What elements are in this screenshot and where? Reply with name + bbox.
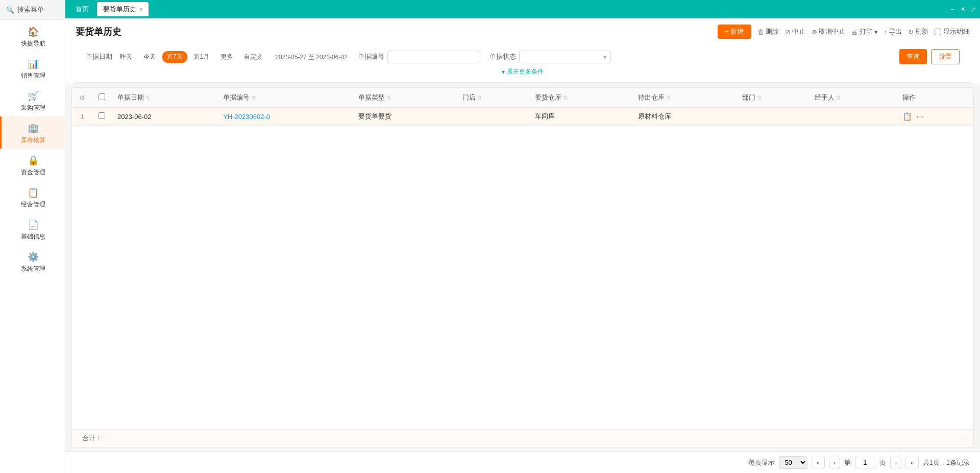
col-date[interactable]: 单据日期 bbox=[111, 88, 217, 108]
print-icon: 🖨 bbox=[851, 28, 858, 36]
data-table: ⚙ 单据日期 单据编号 单据类型 门店 要货仓库 待出仓库 部门 经手人 操作 bbox=[72, 88, 973, 126]
bill-no-input[interactable] bbox=[387, 51, 479, 63]
select-all-checkbox[interactable] bbox=[99, 93, 105, 100]
content-area: 要货单历史 + 新增 🗑 删除 ⊘ 中止 ⊛ 取消中止 bbox=[65, 18, 980, 473]
col-handler[interactable]: 经手人 bbox=[808, 88, 896, 108]
display-detail-toggle[interactable]: 显示明细 bbox=[935, 27, 970, 36]
window-minimize-icon[interactable]: － bbox=[949, 5, 955, 14]
operation-icon: 📋 bbox=[28, 187, 39, 198]
first-page-btn[interactable]: « bbox=[812, 457, 824, 468]
date-btn-7days[interactable]: 近7天 bbox=[162, 51, 187, 63]
search-menu[interactable]: 🔍 搜索菜单 bbox=[0, 0, 65, 20]
page-header: 要货单历史 + 新增 🗑 删除 ⊘ 中止 ⊛ 取消中止 bbox=[65, 18, 980, 83]
more-icon[interactable]: ⋯ bbox=[916, 112, 924, 121]
row-checkbox bbox=[92, 108, 111, 126]
home-icon: 🏠 bbox=[28, 26, 39, 37]
bill-no-filter: 单据编号 bbox=[358, 51, 479, 63]
date-btn-1month[interactable]: 近1月 bbox=[189, 51, 214, 63]
col-pending-warehouse[interactable]: 待出仓库 bbox=[632, 88, 736, 108]
window-close-icon[interactable]: ✕ bbox=[961, 6, 966, 13]
bill-no-link[interactable]: YH-20230602-0 bbox=[223, 113, 270, 121]
col-bill-no[interactable]: 单据编号 bbox=[217, 88, 352, 108]
delete-icon: 🗑 bbox=[757, 28, 764, 36]
table-footer: 合计： bbox=[72, 429, 973, 447]
finance-icon: 🔒 bbox=[28, 155, 39, 166]
status-select[interactable] bbox=[519, 51, 611, 63]
cell-store bbox=[456, 108, 529, 126]
col-dept[interactable]: 部门 bbox=[736, 88, 808, 108]
col-action: 操作 bbox=[896, 88, 973, 108]
date-btn-today[interactable]: 今天 bbox=[139, 51, 160, 63]
page-title: 要货单历史 bbox=[76, 26, 121, 38]
page-title-row: 要货单历史 + 新增 🗑 删除 ⊘ 中止 ⊛ 取消中止 bbox=[76, 25, 970, 39]
sidebar-item-purchase[interactable]: 🛒 采购管理 bbox=[0, 84, 65, 116]
page-size-select[interactable]: 50 10 20 100 bbox=[779, 456, 807, 469]
date-range-text: 2023-05-27 至 2023-06-02 bbox=[275, 53, 347, 62]
refresh-button[interactable]: ↻ 刷新 bbox=[908, 27, 928, 36]
last-page-btn[interactable]: » bbox=[905, 457, 918, 468]
action-buttons: 查询 设置 bbox=[899, 49, 960, 64]
main-area: 首页 要货单历史 × － ✕ ⤢ 要货单历史 + 新增 🗑 删除 bbox=[65, 0, 980, 473]
sidebar-item-operation[interactable]: 📋 经营管理 bbox=[0, 181, 65, 213]
expand-icon: ▾ bbox=[502, 68, 505, 76]
date-shortcuts: 昨天 今天 近7天 近1月 更多 自定义 bbox=[115, 51, 267, 63]
cell-bill-type: 要货单要货 bbox=[352, 108, 456, 126]
cell-action: 📋 ⋯ bbox=[896, 108, 973, 126]
print-chevron-icon: ▾ bbox=[874, 28, 878, 36]
export-button[interactable]: ↑ 导出 bbox=[884, 27, 902, 36]
tab-close-icon[interactable]: × bbox=[139, 6, 142, 12]
bill-no-label: 单据编号 bbox=[358, 52, 384, 61]
tab-bar: 首页 要货单历史 × － ✕ ⤢ bbox=[65, 0, 980, 18]
tab-bill-history[interactable]: 要货单历史 × bbox=[97, 2, 149, 16]
view-icon[interactable]: 📋 bbox=[902, 112, 912, 121]
cell-dept bbox=[736, 108, 808, 126]
display-detail-checkbox[interactable] bbox=[935, 29, 941, 35]
sidebar-item-system[interactable]: ⚙️ 系统管理 bbox=[0, 245, 65, 277]
cell-warehouse: 车间库 bbox=[529, 108, 632, 126]
search-icon: 🔍 bbox=[6, 6, 14, 14]
system-icon: ⚙️ bbox=[28, 251, 39, 263]
export-icon: ↑ bbox=[884, 28, 888, 36]
col-warehouse[interactable]: 要货仓库 bbox=[529, 88, 632, 108]
purchase-icon: 🛒 bbox=[28, 90, 39, 102]
cell-handler bbox=[808, 108, 896, 126]
prev-page-btn[interactable]: ‹ bbox=[829, 457, 840, 468]
date-btn-more[interactable]: 更多 bbox=[216, 51, 237, 63]
date-btn-yesterday[interactable]: 昨天 bbox=[115, 51, 137, 63]
tab-home[interactable]: 首页 bbox=[69, 2, 95, 16]
row-num: 1 bbox=[72, 108, 92, 126]
basic-icon: 📄 bbox=[28, 219, 39, 230]
window-expand-icon[interactable]: ⤢ bbox=[971, 6, 976, 13]
date-btn-custom[interactable]: 自定义 bbox=[239, 51, 267, 63]
print-button[interactable]: 🖨 打印 ▾ bbox=[851, 27, 878, 36]
col-store[interactable]: 门店 bbox=[456, 88, 529, 108]
status-label: 单据状态 bbox=[489, 52, 516, 61]
date-label: 单据日期 bbox=[86, 52, 112, 61]
date-filter: 单据日期 昨天 今天 近7天 近1月 更多 自定义 2023-05-27 至 2… bbox=[86, 51, 348, 63]
sidebar-item-finance[interactable]: 🔒 资金管理 bbox=[0, 149, 65, 181]
current-page-input[interactable] bbox=[855, 457, 875, 468]
col-settings[interactable]: ⚙ bbox=[72, 88, 92, 108]
toolbar: + 新增 🗑 删除 ⊘ 中止 ⊛ 取消中止 🖨 打 bbox=[718, 25, 970, 39]
page-size-label: 每页显示 bbox=[748, 458, 775, 467]
expand-more-btn[interactable]: ▾ 展开更多条件 bbox=[86, 64, 960, 77]
action-icons: 📋 ⋯ bbox=[902, 112, 967, 121]
cell-date: 2023-06-02 bbox=[111, 108, 217, 126]
page-label-end: 页 bbox=[879, 458, 886, 467]
sidebar-item-basic[interactable]: 📄 基础信息 bbox=[0, 213, 65, 245]
sidebar-item-sales[interactable]: 📊 销售管理 bbox=[0, 52, 65, 84]
col-bill-type[interactable]: 单据类型 bbox=[352, 88, 456, 108]
row-select-checkbox[interactable] bbox=[99, 112, 105, 119]
sidebar-item-inventory[interactable]: 🏢 库存核算 bbox=[0, 116, 65, 149]
query-button[interactable]: 查询 bbox=[899, 49, 927, 64]
suspend-button[interactable]: ⊘ 中止 bbox=[785, 27, 805, 36]
new-button[interactable]: + 新增 bbox=[718, 25, 751, 39]
settings-button[interactable]: 设置 bbox=[931, 49, 960, 64]
filter-row: 单据日期 昨天 今天 近7天 近1月 更多 自定义 2023-05-27 至 2… bbox=[86, 49, 960, 64]
next-page-btn[interactable]: › bbox=[890, 457, 901, 468]
tab-bar-right: － ✕ ⤢ bbox=[949, 5, 976, 14]
cancel-suspend-button[interactable]: ⊛ 取消中止 bbox=[812, 27, 845, 36]
delete-button[interactable]: 🗑 删除 bbox=[757, 27, 779, 36]
sidebar-item-quick-nav[interactable]: 🏠 快捷导航 bbox=[0, 20, 65, 52]
status-filter: 单据状态 bbox=[489, 51, 611, 63]
